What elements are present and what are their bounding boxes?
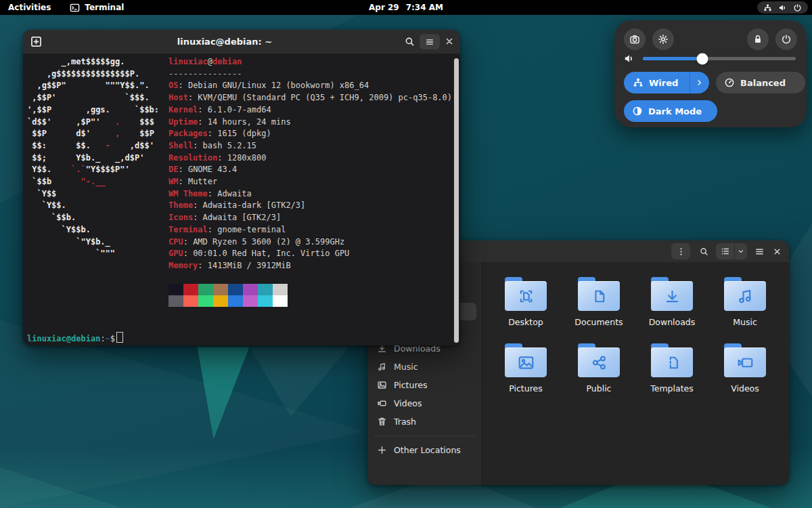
folder-icon: [505, 343, 547, 377]
info-label: GPU: [168, 249, 183, 258]
terminal-headerbar: linuxiac@debian: ~: [23, 30, 460, 54]
power-icon: [781, 34, 792, 45]
view-dropdown-button[interactable]: [735, 243, 747, 259]
folder-templates[interactable]: Templates: [635, 343, 708, 394]
folder-documents[interactable]: Documents: [562, 277, 635, 327]
info-label: OS: [168, 81, 178, 90]
system-tray[interactable]: [757, 1, 808, 14]
terminal-window: linuxiac@debian: ~ _,met$$$$$gg. ,g$$$$$…: [23, 30, 460, 345]
chevron-down-icon: [737, 247, 745, 255]
terminal-menu-button[interactable]: [420, 34, 440, 49]
palette-swatch: [183, 284, 198, 295]
terminal-scrollbar[interactable]: [454, 58, 459, 343]
folder-public[interactable]: Public: [562, 343, 635, 394]
camera-icon: [629, 34, 640, 45]
info-label: Terminal: [168, 225, 208, 234]
volume-slider[interactable]: [643, 57, 796, 60]
wired-toggle[interactable]: Wired: [624, 72, 709, 93]
folder-videos[interactable]: Videos: [708, 343, 782, 394]
sidebar-item-videos[interactable]: Videos: [367, 394, 482, 412]
sidebar-item-pictures[interactable]: Pictures: [367, 376, 482, 394]
info-label: DE: [168, 165, 178, 174]
neofetch-user-host: linuxiac@debian: [168, 56, 452, 68]
info-row: Kernel: 6.1.0-7-amd64: [168, 104, 452, 117]
folder-downloads[interactable]: Downloads: [635, 277, 708, 327]
files-search-button[interactable]: [696, 243, 712, 259]
terminal-search-button[interactable]: [404, 36, 415, 47]
list-view-button[interactable]: [716, 243, 735, 259]
sidebar-item-trash[interactable]: Trash: [367, 412, 482, 431]
folder-label: Pictures: [509, 383, 543, 394]
palette-swatch: [183, 295, 198, 307]
dark-mode-icon: [632, 106, 643, 117]
wired-expand-arrow[interactable]: [690, 72, 709, 93]
folder-label: Templates: [650, 383, 694, 394]
sidebar-item-music[interactable]: Music: [367, 358, 482, 376]
activities-button[interactable]: Activities: [8, 0, 51, 15]
folder-pictures[interactable]: Pictures: [489, 343, 562, 394]
terminal-close-button[interactable]: [444, 36, 455, 47]
settings-button[interactable]: [652, 28, 674, 50]
folder-icon: [651, 343, 693, 377]
new-tab-button[interactable]: [30, 35, 43, 48]
info-value: : gnome-terminal: [208, 225, 286, 234]
info-label: CPU: [168, 237, 183, 247]
power-button[interactable]: [775, 28, 797, 50]
dark-mode-toggle[interactable]: Dark Mode: [624, 100, 717, 122]
info-label: Uptime: [168, 117, 198, 127]
sidebar-separator: [374, 436, 475, 436]
sidebar-item-label: Trash: [394, 417, 416, 427]
lock-button[interactable]: [747, 28, 769, 50]
search-icon: [404, 36, 415, 47]
view-toggle-button: [716, 243, 747, 259]
folder-icon: [724, 277, 766, 311]
volume-slider-knob[interactable]: [697, 53, 708, 64]
info-label: Theme: [168, 200, 193, 210]
terminal-body[interactable]: _,met$$$$$gg. ,g$$$$$$$$$$$$$$$P. ,g$$P"…: [23, 54, 460, 345]
wired-label: Wired: [649, 78, 678, 88]
power-profile-icon: [724, 77, 735, 88]
folder-label: Public: [587, 383, 612, 394]
info-label: Resolution: [168, 153, 217, 163]
prompt-symbol: $: [110, 334, 115, 343]
hamburger-icon: [425, 37, 434, 47]
terminal-app-icon: [70, 3, 80, 13]
plus-icon: [377, 445, 387, 455]
palette-swatch: [168, 284, 183, 295]
folder-desktop[interactable]: Desktop: [489, 277, 562, 327]
info-value: : Debian GNU/Linux 12 (bookworm) x86_64: [178, 81, 369, 90]
folder-icon: [505, 277, 547, 311]
folder-music[interactable]: Music: [708, 277, 782, 327]
palette-swatch: [243, 295, 258, 307]
info-row: DE: GNOME 43.4: [168, 164, 452, 176]
templates-icon: [663, 354, 681, 372]
neofetch-info: linuxiac@debian---------------OS: Debian…: [168, 56, 452, 272]
info-label: WM: [168, 177, 178, 186]
info-value: : GNOME 43.4: [178, 165, 237, 174]
clock-button[interactable]: Apr 29 7:34 AM: [369, 0, 443, 15]
videos-icon: [377, 398, 387, 408]
palette-swatch: [213, 284, 228, 295]
chevron-right-icon: [695, 78, 704, 87]
info-label: Icons: [168, 213, 193, 222]
screenshot-button[interactable]: [624, 28, 646, 50]
new-tab-icon: [30, 35, 43, 48]
info-row: Theme: Adwaita-dark [GTK2/3]: [168, 200, 452, 212]
sidebar-item-other-locations[interactable]: Other Locations: [367, 441, 482, 459]
palette-row-bottom: [168, 295, 288, 307]
power-profile-toggle[interactable]: Balanced: [716, 72, 805, 93]
info-row: Shell: bash 5.2.15: [168, 140, 452, 152]
kebab-menu-button[interactable]: [671, 243, 690, 259]
palette-swatch: [228, 295, 243, 307]
close-icon: [444, 36, 455, 47]
volume-slider-fill: [643, 57, 702, 60]
info-row: Terminal: gnome-terminal: [168, 224, 452, 236]
files-menu-button[interactable]: [751, 243, 767, 259]
palette-swatch: [273, 295, 288, 307]
sidebar-item-label: Other Locations: [394, 445, 461, 455]
info-value: : KVM/QEMU (Standard PC (Q35 + ICH9, 200…: [188, 93, 452, 102]
focused-app-button[interactable]: Terminal: [70, 0, 124, 15]
files-close-button[interactable]: [769, 243, 785, 259]
prompt-colon: :: [100, 334, 105, 343]
info-row: Memory: 1413MiB / 3912MiB: [168, 260, 452, 272]
